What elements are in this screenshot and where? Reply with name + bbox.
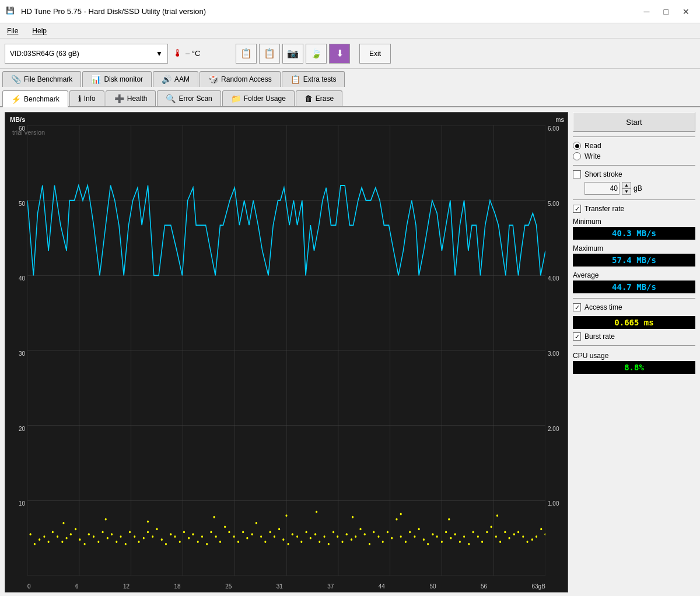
tab-extra-tests[interactable]: 📋 Extra tests <box>282 71 345 87</box>
gb-unit-label: gB <box>634 184 642 192</box>
thermometer-icon: 🌡 <box>173 47 183 59</box>
spin-down-button[interactable]: ▼ <box>622 188 631 195</box>
access-time-stat: 0.665 ms <box>573 316 695 329</box>
svg-point-106 <box>427 543 429 545</box>
svg-point-132 <box>544 533 545 535</box>
svg-point-90 <box>355 535 356 538</box>
close-button[interactable]: ✕ <box>678 6 694 17</box>
access-time-dots <box>30 511 545 545</box>
radio-read[interactable]: Read <box>573 142 695 150</box>
drive-select[interactable]: VID:03SR64G (63 gB) ▼ <box>5 44 168 64</box>
divider-3 <box>573 199 695 200</box>
cpu-usage-label: CPU usage <box>573 352 695 360</box>
tab-health[interactable]: ➕ Health <box>106 90 156 106</box>
svg-point-101 <box>405 541 407 543</box>
spin-up-button[interactable]: ▲ <box>622 182 631 188</box>
radio-read-circle <box>573 142 581 150</box>
svg-point-77 <box>296 535 298 538</box>
tab-file-benchmark[interactable]: 📎 File Benchmark <box>2 71 81 87</box>
tab-random-access[interactable]: 🎲 Random Access <box>200 71 281 87</box>
svg-point-109 <box>441 541 443 543</box>
short-stroke-label: Short stroke <box>584 170 622 178</box>
svg-point-129 <box>531 538 533 541</box>
x-label-25: 25 <box>225 583 232 590</box>
svg-point-87 <box>341 541 343 543</box>
average-stat: Average 44.7 MB/s <box>573 271 695 293</box>
svg-point-45 <box>152 535 153 538</box>
svg-point-99 <box>396 518 397 521</box>
copy-btn-1[interactable]: 📋 <box>236 44 257 64</box>
svg-point-31 <box>88 533 90 535</box>
read-write-radio-group: Read Write <box>573 142 695 160</box>
x-label-50: 50 <box>429 583 436 590</box>
svg-point-140 <box>400 513 402 516</box>
x-label-0: 0 <box>27 583 31 590</box>
svg-point-33 <box>97 541 99 543</box>
maximize-button[interactable]: □ <box>659 6 673 17</box>
svg-point-36 <box>111 533 113 535</box>
access-time-checkbox[interactable]: Access time <box>573 303 695 311</box>
svg-point-22 <box>48 541 50 543</box>
y-right-label-6: 6.00 <box>548 125 559 132</box>
svg-point-122 <box>499 541 501 543</box>
tab-folder-usage[interactable]: 📁 Folder Usage <box>222 90 295 106</box>
short-stroke-input[interactable] <box>584 182 620 195</box>
svg-point-81 <box>314 533 316 535</box>
tab-error-scan[interactable]: 🔍 Error Scan <box>157 90 220 106</box>
svg-point-102 <box>409 531 411 533</box>
svg-point-20 <box>38 538 40 541</box>
tab-erase[interactable]: 🗑 Erase <box>296 90 342 106</box>
svg-point-42 <box>138 541 139 543</box>
svg-point-75 <box>288 543 289 545</box>
tab-disk-monitor[interactable]: 📊 Disk monitor <box>82 71 152 87</box>
camera-btn[interactable]: 📷 <box>282 44 303 64</box>
divider-5 <box>573 345 695 346</box>
tab-aam[interactable]: 🔊 AAM <box>153 71 198 87</box>
temperature-display: 🌡 – °C <box>173 47 219 59</box>
svg-point-98 <box>391 537 393 539</box>
leaf-btn[interactable]: 🍃 <box>306 44 327 64</box>
error-scan-icon: 🔍 <box>166 94 176 103</box>
x-label-37: 37 <box>327 583 334 590</box>
dropdown-arrow-icon: ▼ <box>156 50 163 58</box>
svg-point-94 <box>373 531 374 533</box>
toolbar-buttons: 📋 📋 📷 🍃 ⬇ <box>236 44 350 64</box>
chart-header: MB/s <box>10 116 25 123</box>
menu-file[interactable]: File <box>5 26 20 36</box>
svg-point-61 <box>224 525 226 528</box>
svg-point-142 <box>496 514 498 517</box>
exit-button[interactable]: Exit <box>359 44 391 64</box>
minimize-button[interactable]: ─ <box>639 6 654 17</box>
random-access-icon: 🎲 <box>208 75 218 84</box>
svg-point-125 <box>513 533 515 535</box>
svg-point-93 <box>369 543 370 545</box>
svg-point-21 <box>43 535 45 538</box>
svg-point-76 <box>292 533 293 535</box>
download-btn[interactable]: ⬇ <box>329 44 350 64</box>
svg-point-79 <box>306 531 307 533</box>
svg-point-112 <box>454 533 456 535</box>
svg-point-128 <box>526 541 528 543</box>
svg-point-64 <box>237 541 239 543</box>
svg-point-115 <box>468 543 470 545</box>
short-stroke-checkbox[interactable]: Short stroke <box>573 170 695 178</box>
radio-write[interactable]: Write <box>573 152 695 160</box>
svg-point-92 <box>364 533 366 535</box>
aam-icon: 🔊 <box>162 75 172 84</box>
svg-point-39 <box>125 543 127 545</box>
svg-point-50 <box>174 535 176 538</box>
svg-point-58 <box>210 531 212 533</box>
copy-btn-2[interactable]: 📋 <box>259 44 280 64</box>
y-label-30: 30 <box>19 350 25 357</box>
svg-point-96 <box>382 541 384 543</box>
spin-buttons: ▲ ▼ <box>622 182 631 195</box>
menu-help[interactable]: Help <box>30 26 49 36</box>
svg-point-53 <box>188 537 190 539</box>
start-button[interactable]: Start <box>573 112 695 132</box>
side-panel: Start Read Write Short stroke ▲ ▼ gB <box>573 112 695 593</box>
tab-info[interactable]: ℹ Info <box>69 90 104 106</box>
tab-benchmark[interactable]: ⚡ Benchmark <box>2 90 68 107</box>
burst-rate-checkbox[interactable]: Burst rate <box>573 332 695 341</box>
svg-point-52 <box>183 531 185 533</box>
transfer-rate-checkbox[interactable]: Transfer rate <box>573 205 695 213</box>
